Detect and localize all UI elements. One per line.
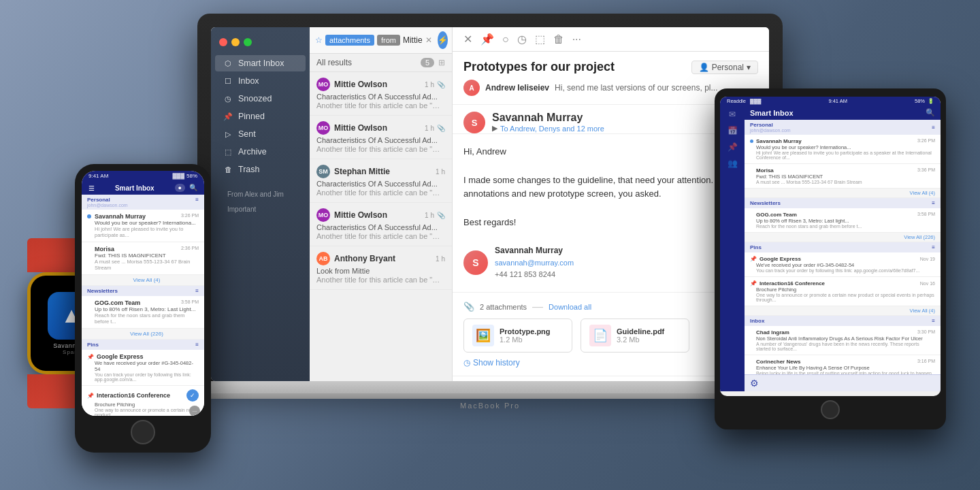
- ipad-list-item[interactable]: Savannah Murray 3:26 PM Would you be our…: [745, 135, 941, 164]
- search-bar[interactable]: ☆ attachments from Mittie ✕ ⚡: [310, 27, 452, 54]
- close-icon[interactable]: ✕: [463, 33, 472, 46]
- ipad-sidebar-mail-icon[interactable]: ✉: [729, 110, 736, 119]
- ipad-view-all-pins[interactable]: View All (4): [745, 306, 941, 316]
- search-clear-button[interactable]: ✕: [425, 35, 432, 45]
- hamburger-icon[interactable]: ☰: [88, 184, 95, 192]
- iphone: 9:41 AM ▓▓▓ 58% ☰ Smart Inbox ● 🔍 Person…: [75, 164, 211, 453]
- ipad-list-scroll: Personal john@dawson.com ≡ Savannah Murr…: [745, 120, 941, 374]
- ipad-section-pins: Pins ≡: [745, 242, 941, 252]
- thread-preview-text: Hi, send me last versions of our screens…: [555, 83, 717, 93]
- ipad-section-personal: Personal john@dawson.com ≡: [745, 120, 941, 135]
- results-count: 5: [421, 58, 434, 67]
- email-list-item[interactable]: MO Mittie Owlson 1 h 📎 Characteristics O…: [310, 116, 452, 159]
- view-all-personal[interactable]: View All (4): [82, 275, 204, 286]
- from-name: Savannah Murray: [492, 112, 583, 124]
- expand-results-icon[interactable]: ⊞: [438, 58, 445, 67]
- sidebar-item-trash[interactable]: 🗑 Trash: [215, 161, 306, 178]
- attachment-name-1: Prototype.png: [500, 327, 551, 336]
- more-icon[interactable]: ···: [572, 33, 581, 46]
- iphone-screen: 9:41 AM ▓▓▓ 58% ☰ Smart Inbox ● 🔍 Person…: [82, 171, 204, 416]
- iphone-search-icon[interactable]: 🔍: [189, 184, 197, 192]
- ipad-section-menu-icon[interactable]: ≡: [932, 125, 935, 131]
- download-all-button[interactable]: Download all: [549, 303, 591, 311]
- folder-icon[interactable]: ⬚: [535, 33, 545, 46]
- inbox-icon: ☐: [223, 76, 233, 86]
- ipad-view-all-personal[interactable]: View All (4): [745, 189, 941, 198]
- iphone-list-item[interactable]: Savannah Murray 3:26 PM Would you be our…: [82, 210, 204, 242]
- close-button[interactable]: [219, 38, 227, 46]
- maximize-button[interactable]: [244, 38, 252, 46]
- section-menu-icon[interactable]: ≡: [195, 342, 199, 348]
- from-tag[interactable]: from: [377, 35, 400, 46]
- sidebar-item-snoozed[interactable]: ◷ Snoozed: [215, 91, 306, 107]
- search-filter-button[interactable]: ⚡: [438, 31, 448, 49]
- ipad-section-inbox: Inbox ≡: [745, 316, 941, 326]
- sidebar-item-sent[interactable]: ▷ Sent: [215, 126, 306, 142]
- minimize-button[interactable]: [231, 38, 240, 46]
- contact-email[interactable]: savannah@murray.com: [495, 257, 574, 270]
- ipad-signal-icon: ▓▓▓: [750, 98, 761, 104]
- ipad-list-item[interactable]: GOG.com Team 3:58 PM Up to 80% off Risen…: [745, 208, 941, 233]
- sidebar-item-archive[interactable]: ⬚ Archive: [215, 144, 306, 160]
- ipad-view-all-newsletters[interactable]: View All (226): [745, 233, 941, 242]
- ipad-newsletter-menu-icon[interactable]: ≡: [932, 200, 935, 206]
- sidebar-item-pinned[interactable]: 📌 Pinned: [215, 108, 306, 125]
- iphone-list-item[interactable]: GOG.com Team 3:58 PM Up to 80% off Risen…: [82, 296, 204, 329]
- email-list-item[interactable]: SM Stephan Mittie 1 h Characteristics Of…: [310, 159, 452, 203]
- paperclip-icon: 📎: [463, 301, 474, 312]
- ipad-list-item[interactable]: Corinecher News 3:16 PM Enhance Your Lif…: [745, 355, 941, 374]
- iphone-list-item[interactable]: 📌 Interaction16 Conference ✓ Brochure Pi…: [82, 386, 204, 416]
- pin-icon[interactable]: 📌: [480, 33, 494, 46]
- sidebar-item-inbox[interactable]: ☐ Inbox: [215, 73, 306, 89]
- clock-icon[interactable]: ◷: [517, 33, 527, 46]
- pdf-icon: 📄: [589, 325, 611, 346]
- ipad-settings-icon[interactable]: ⚙: [750, 378, 759, 389]
- section-menu-icon[interactable]: ≡: [195, 288, 199, 294]
- email-list-item[interactable]: AB Anthony Bryant 1 h Look from Mittie A…: [310, 246, 452, 290]
- attachments-tag[interactable]: attachments: [325, 35, 374, 46]
- ipad-list-item[interactable]: Chad Ingram 3:30 PM Non Steroidal Anti I…: [745, 326, 941, 355]
- macbook-label: MacBook Pro: [197, 402, 783, 410]
- view-all-newsletters[interactable]: View All (226): [82, 329, 204, 340]
- sidebar-item-from-alex-jim[interactable]: From Alex and Jim: [219, 187, 301, 201]
- ipad-inbox-menu-icon[interactable]: ≡: [932, 318, 935, 324]
- email-list-item[interactable]: MO Mittie Owlson 1 h 📎 Characteristics O…: [310, 203, 452, 246]
- iphone-section-personal: Personal john@dawson.com ≡: [82, 195, 204, 210]
- iphone-home-button[interactable]: [131, 420, 155, 444]
- ipad-screen: Readdle ▓▓▓ 9:41 AM 58% 🔋 ✉ 📅 📌 👥: [720, 97, 941, 396]
- attachment-prototype[interactable]: 🖼️ Prototype.png 1.2 Mb: [463, 318, 572, 353]
- email-list-item[interactable]: MO Mittie Owlson 1 h 📎 Characteristics O…: [310, 72, 452, 116]
- window-controls: [211, 33, 310, 54]
- expand-icon[interactable]: ▶: [492, 124, 497, 133]
- iphone-toggle[interactable]: ●: [175, 184, 185, 192]
- ipad-sidebar-people-icon[interactable]: 👥: [728, 159, 738, 168]
- macbook-base: [184, 381, 796, 393]
- ipad-search-icon[interactable]: 🔍: [926, 108, 935, 117]
- to-line: To Andrew, Denys and 12 more: [500, 125, 604, 133]
- ipad-battery: 58%: [915, 98, 925, 104]
- iphone-time: 9:41 AM: [88, 173, 108, 179]
- sidebar-item-smart-inbox[interactable]: ⬡ Smart Inbox: [215, 55, 306, 71]
- iphone-list-item[interactable]: 📌 Google Express We have received your o…: [82, 350, 204, 386]
- iphone-list-item[interactable]: Morisa 2:36 PM Fwd: THIS IS MAGNIFICENT …: [82, 242, 204, 275]
- sent-icon: ▷: [223, 129, 233, 139]
- label-selector[interactable]: 👤 Personal ▾: [691, 61, 758, 74]
- trash-icon[interactable]: 🗑: [553, 33, 564, 46]
- search-value: Mittie: [403, 35, 423, 45]
- ipad-home-button[interactable]: [821, 400, 840, 419]
- chevron-down-icon: ▾: [747, 63, 751, 72]
- ipad-list-item[interactable]: 📌 Google Express Nov 19 We've received y…: [745, 252, 941, 277]
- person-icon: 👤: [699, 63, 709, 72]
- circle-icon[interactable]: ○: [502, 33, 509, 46]
- attachment-guideline[interactable]: 📄 Guideline.pdf 3.2 Mb: [581, 318, 689, 353]
- ipad-list-item[interactable]: Morisa 3:36 PM Fwd: THIS IS MAGNIFICENT …: [745, 164, 941, 189]
- section-menu-icon[interactable]: ≡: [195, 197, 199, 208]
- ipad-sidebar-pin-icon[interactable]: 📌: [728, 142, 738, 152]
- ipad-list-item[interactable]: 📌 Interaction16 Conference Nov 16 Brochu…: [745, 277, 941, 306]
- results-header: All results 5 ⊞: [310, 54, 452, 72]
- ipad-sidebar-calendar-icon[interactable]: 📅: [728, 126, 738, 135]
- ipad-pins-menu-icon[interactable]: ≡: [932, 244, 935, 250]
- sidebar-item-important[interactable]: Important: [219, 202, 301, 216]
- signal-icon: ▓▓▓: [172, 173, 184, 179]
- snoozed-icon: ◷: [223, 94, 233, 103]
